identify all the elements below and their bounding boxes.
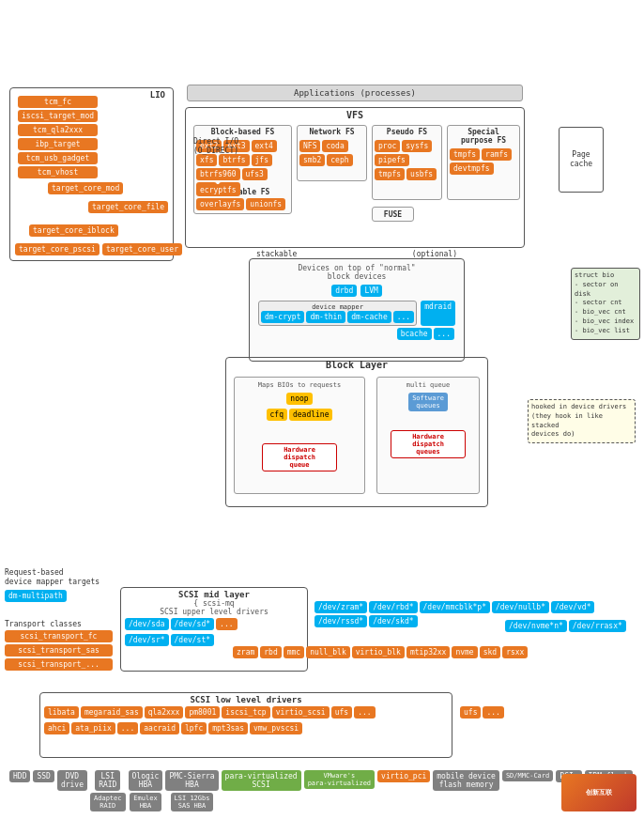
hdd-box: HDD (9, 770, 30, 782)
hw-dispatch-blkmq-box: Hardwaredispatchqueues (391, 430, 466, 458)
multi-queue-label: multi queue (377, 381, 479, 389)
dev-sr-box: /dev/sr* (125, 634, 169, 646)
pseudo-fs-container: Pseudo FS proc sysfs pipefs tmpfs usbfs (372, 125, 442, 200)
scheduler-boxes-row1: noop (235, 391, 364, 407)
nvme-box: nvme (452, 646, 477, 658)
ssd-box: SSD (33, 770, 54, 782)
virtio-pci-box: virtio_pci (377, 770, 430, 782)
scsi-dev-boxes-row1: /dev/sda /dev/sd* ... (121, 616, 307, 632)
devtmpfs-box: devtmpfs (450, 162, 494, 175)
vfs-label: VFS (346, 110, 363, 120)
struct-bio-label: struct bio - sector on disk - sector cnt… (575, 271, 636, 336)
sw-queues-row: Softwarequeues (377, 393, 479, 411)
hw-dispatch-box: Hardwaredispatchqueue (262, 443, 337, 471)
block-layer-label: Block Layer (226, 358, 487, 370)
pm8001-box: pm8001 (185, 706, 220, 719)
mdraid-box: mdraid (421, 301, 455, 326)
lsi-raid-box: LSIRAID (95, 770, 120, 791)
fuse-label: FUSE (384, 210, 402, 219)
scsi-transport-sas-box: scsi_transport_sas (5, 644, 113, 657)
drbd-box: drbd (331, 285, 357, 297)
overlayfs-box: overlayfs (196, 198, 244, 210)
bcache-row: bcache ... (250, 328, 464, 340)
vmware-group: VMware'spara-virtualized (304, 770, 375, 789)
top-stackable-boxes: drbd LVM (250, 285, 464, 297)
para-virt-scsi-box: para-virtualizedSCSI (222, 770, 301, 791)
scsi-low-container: SCSI low level drivers libata megaraid_s… (39, 692, 452, 758)
applications-bar: Applications (processes) (187, 85, 523, 101)
scsi-mid-container: SCSI mid layer { scsi-mq SCSI upper leve… (120, 587, 308, 672)
scsi-transport-fc-box: scsi_transport_fc (5, 630, 113, 642)
ologic-group: OlogicHBA EmulexHBA (129, 770, 163, 811)
ahci-box: ahci (44, 722, 69, 734)
more-scsi-box: ... (216, 618, 237, 630)
dvd-group: DVDdrive (57, 770, 87, 791)
rbd-box: rbd (260, 646, 281, 658)
dm-thin-box: dm-thin (306, 311, 345, 323)
applications-label: Applications (processes) (294, 88, 416, 98)
scsi-low-row2: ahci ata_piix ... aacraid lpfc mpt3sas v… (40, 720, 452, 736)
megaraid-sas-box: megaraid_sas (81, 706, 143, 719)
dev-skd-box: /dev/skd* (369, 615, 417, 627)
direct-io-label: Direct I/O(O_DIRECT) (188, 136, 244, 155)
target-core-pscsi-box: target_core_pscsi (15, 243, 100, 255)
stackable-label: stackable (254, 250, 299, 258)
skd-box: skd (480, 646, 500, 658)
network-fs-container: Network FS NFS coda smb2 ceph (297, 125, 367, 181)
btrfs960-box: btrfs960 (196, 168, 240, 180)
proc-box: proc (375, 140, 400, 152)
watermark: 创新互联 (561, 774, 636, 811)
scsi-low-label: SCSI low level drivers (40, 693, 452, 704)
ibp-target-box: ibp_target (18, 138, 98, 150)
rsxx-box: rsxx (502, 646, 528, 658)
usb-gadget-box: tcm_usb_gadget (18, 152, 98, 164)
mpt3sas-box: mpt3sas (208, 722, 248, 734)
maps-bios-label: Maps BIOs to requests (235, 381, 364, 391)
mid-stackable-boxes: device mapper dm-crypt dm-thin dm-cache … (250, 301, 464, 326)
nfs-box: NFS (299, 140, 320, 152)
sysfs-box: sysfs (402, 140, 432, 152)
btrfs-box: btrfs (219, 154, 249, 166)
target-core-iblock-box: target_core_iblock (29, 224, 118, 237)
target-core-file-box: target_core_file (88, 201, 168, 213)
ologic-hba-box: OlogicHBA (129, 770, 163, 791)
diagram-container: Applications (processes) VFS Block-based… (0, 0, 644, 819)
dev-rbd-box: /dev/rbd* (369, 601, 417, 613)
lvm-box: LVM (360, 285, 381, 297)
dev-nvme-box: /dev/nvme*n* (505, 620, 567, 632)
aacraid-box: aacraid (140, 722, 179, 734)
dev-rrasx-box: /dev/rrasx* (569, 620, 626, 632)
scsi-transport-more-box: scsi_transport_... (5, 658, 113, 671)
zram-box: zram (233, 646, 258, 658)
dm-more-box: ... (393, 311, 414, 323)
scsi-mq-label: { scsi-mq (121, 599, 307, 608)
pmc-group: PMC-SierraHBA LSI 12GbsSAS HBA (165, 770, 218, 811)
scheduler-boxes-row2: cfq deadline (235, 407, 364, 423)
dm-crypt-box: dm-crypt (261, 311, 305, 323)
dvd-drive-box: DVDdrive (57, 770, 87, 791)
ext4-box: ext4 (252, 140, 277, 152)
software-queues-box: Softwarequeues (408, 393, 448, 411)
lio-col1: tcm_fc iscsi_target_mod tcm_qla2xxx ibp_… (18, 96, 98, 178)
usbfs-box: usbfs (406, 168, 437, 180)
ceph-box: ceph (327, 154, 352, 166)
lio-bottom-boxes: target_core_pscsi target_core_user (15, 243, 182, 255)
fuse-box: FUSE (372, 207, 414, 222)
mobile-flash-box: mobile deviceflash memory (433, 770, 499, 791)
special-fs-container: Specialpurpose FS tmpfs ramfs devtmpfs (447, 125, 520, 200)
libata-box: libata (44, 706, 79, 719)
driver-boxes-row: zram rbd mmc null_blk virtio_blk mtip32x… (233, 646, 528, 658)
special-fs-label: Specialpurpose FS (448, 126, 519, 147)
scsi-upper-label: SCSI upper level drivers (121, 608, 307, 616)
lpfc-box: lpfc (181, 722, 207, 734)
virtio-blk-box: virtio_blk (352, 646, 405, 658)
pseudo-fs-label: Pseudo FS (373, 126, 441, 138)
deadline-box: deadline (289, 409, 333, 421)
cfq-box: cfq (267, 409, 287, 421)
hooked-note-label: hooked in device drivers(they hook in li… (531, 403, 632, 440)
mmc-card-group: SD/MMC-Card (502, 770, 553, 781)
hardware-row: HDD SSD DVDdrive LSIRAID AdaptecRAID Olo… (9, 770, 633, 811)
dev-st-box: /dev/st* (171, 634, 215, 646)
xfs-box: xfs (196, 154, 217, 166)
device-mapper-group: device mapper dm-crypt dm-thin dm-cache … (258, 301, 417, 326)
